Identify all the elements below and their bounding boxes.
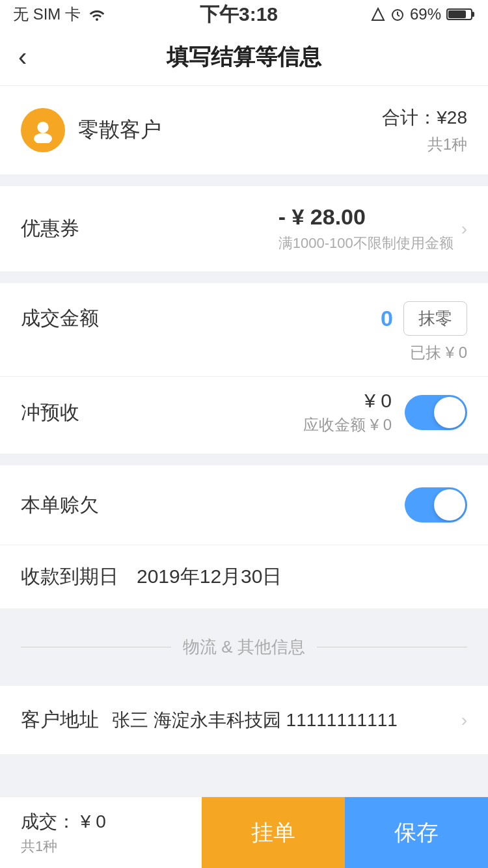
deal-value-group: 0 抹零 (381, 301, 467, 336)
amount-section: 成交金额 0 抹零 已抹 ¥ 0 冲预收 ¥ 0 应收金额 ¥ 0 (0, 283, 488, 454)
prereceive-label: 冲预收 (21, 400, 79, 426)
prereceive-row: 冲预收 ¥ 0 应收金额 ¥ 0 (0, 376, 488, 454)
alarm-icon (390, 7, 405, 21)
prereceive-amount: ¥ 0 (303, 390, 392, 412)
toggle-knob (434, 397, 465, 428)
coupon-section[interactable]: 优惠券 - ¥ 28.00 满1000-100不限制使用金额 › (0, 186, 488, 271)
debt-label: 本单赊欠 (21, 492, 99, 519)
deal-value: 0 (381, 306, 393, 331)
address-section[interactable]: 客户地址 张三 海淀永丰科技园 11111111111 › (0, 686, 488, 754)
status-left: 无 SIM 卡 (13, 4, 107, 25)
deal-amount-row: 成交金额 0 抹零 (0, 283, 488, 342)
logistics-label: 物流 & 其他信息 (183, 636, 305, 658)
prereceive-right: ¥ 0 应收金额 ¥ 0 (303, 390, 467, 435)
duedate-row: 收款到期日 2019年12月30日 (0, 545, 488, 608)
bottom-deal-label: 成交： (21, 811, 75, 832)
battery-percent: 69% (410, 5, 441, 23)
duedate-value: 2019年12月30日 (137, 563, 282, 590)
customer-section: 零散客户 合计：¥28 共1种 (0, 86, 488, 174)
page-title: 填写结算等信息 (167, 42, 321, 72)
debt-toggle[interactable] (405, 487, 467, 522)
svg-rect-5 (448, 10, 466, 18)
address-value: 张三 海淀永丰科技园 11111111111 (99, 708, 461, 733)
svg-point-6 (37, 122, 48, 133)
coupon-amount: - ¥ 28.00 (278, 204, 454, 230)
divider-line-right (317, 647, 467, 647)
hang-button[interactable]: 挂单 (202, 797, 345, 869)
divider-line-left (21, 647, 171, 647)
logistics-section: 物流 & 其他信息 (0, 620, 488, 674)
bottom-deal-value: ¥ 0 (81, 811, 106, 832)
customer-right: 合计：¥28 共1种 (382, 105, 467, 155)
total-label: 合计：¥28 (382, 105, 467, 130)
coupon-chevron: › (461, 219, 467, 239)
avatar (21, 108, 65, 152)
user-icon (30, 117, 56, 143)
bottom-bar: 成交： ¥ 0 共1种 挂单 保存 (0, 796, 488, 868)
location-icon (371, 7, 385, 21)
logistics-divider: 物流 & 其他信息 (0, 620, 488, 674)
back-button[interactable]: ‹ (18, 42, 27, 72)
bottom-info: 成交： ¥ 0 共1种 (0, 809, 202, 856)
svg-line-2 (398, 15, 400, 16)
bottom-count: 共1种 (21, 837, 202, 856)
svg-rect-4 (472, 12, 474, 17)
prereceive-toggle[interactable] (405, 395, 467, 430)
debt-row: 本单赊欠 (0, 465, 488, 545)
debt-section: 本单赊欠 收款到期日 2019年12月30日 (0, 465, 488, 608)
wifi-icon (87, 7, 107, 21)
coupon-right: - ¥ 28.00 满1000-100不限制使用金额 › (278, 204, 467, 253)
deal-amount-label: 成交金额 (21, 305, 99, 332)
coupon-label: 优惠券 (21, 215, 79, 242)
address-label: 客户地址 (21, 707, 99, 733)
address-chevron: › (461, 710, 467, 731)
address-row: 客户地址 张三 海淀永丰科技园 11111111111 › (0, 686, 488, 754)
sim-status: 无 SIM 卡 (13, 4, 81, 25)
round-zero-button[interactable]: 抹零 (403, 301, 467, 336)
coupon-sub: 满1000-100不限制使用金额 (278, 234, 454, 253)
total-count: 共1种 (382, 134, 467, 155)
svg-point-7 (34, 133, 52, 143)
prereceive-sub: 应收金额 ¥ 0 (303, 414, 392, 435)
customer-name: 零散客户 (78, 116, 161, 144)
customer-left: 零散客户 (21, 108, 161, 152)
debt-toggle-knob (434, 489, 465, 521)
prereceive-vals: ¥ 0 应收金额 ¥ 0 (303, 390, 392, 435)
battery-icon (446, 7, 475, 21)
status-right: 69% (371, 5, 475, 23)
bottom-deal: 成交： ¥ 0 (21, 809, 202, 834)
status-bar: 无 SIM 卡 下午3:18 69% (0, 0, 488, 29)
status-time: 下午3:18 (200, 1, 278, 28)
duedate-label: 收款到期日 (21, 563, 118, 590)
deal-sub: 已抹 ¥ 0 (0, 342, 488, 376)
save-button[interactable]: 保存 (345, 797, 488, 869)
nav-bar: ‹ 填写结算等信息 (0, 29, 488, 86)
